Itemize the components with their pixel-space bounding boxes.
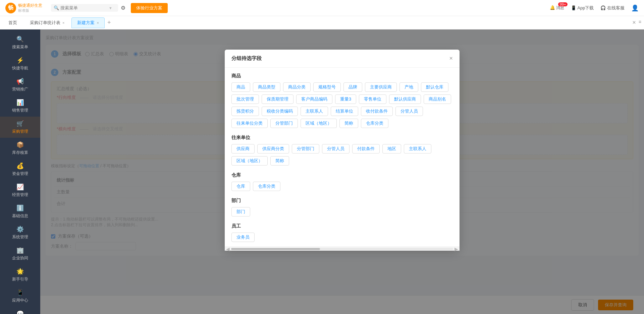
sidebar-item-quick-nav-label: 快捷导航: [12, 65, 28, 71]
online-service-label: 在线客服: [607, 5, 625, 10]
tag-warehouse-cat[interactable]: 仓库分类: [361, 119, 388, 128]
tag-salesperson[interactable]: 业务员: [231, 233, 255, 242]
appcenter-icon: 📱: [16, 289, 24, 296]
tab-purchase-close-icon[interactable]: ×: [62, 21, 64, 25]
tag-partner-category[interactable]: 往来单位分类: [231, 119, 268, 128]
tag-tax-code[interactable]: 税收分类编码: [262, 107, 298, 116]
user-avatar[interactable]: 👤: [631, 4, 639, 12]
logo-icon: 畅: [5, 3, 16, 13]
sidebar-item-inventory-label: 库存核算: [12, 150, 28, 155]
tag-main-contact2[interactable]: 主联系人: [404, 144, 431, 153]
app-download[interactable]: 📱 App下载: [571, 5, 594, 11]
operation-icon: 📈: [16, 183, 24, 191]
sidebar-item-wechat[interactable]: 💬 企业微信: [0, 307, 40, 314]
tab-menu-icon[interactable]: ≡: [639, 19, 641, 26]
sidebar-item-system[interactable]: ⚙️ 系统管理: [0, 222, 40, 243]
tab-home-label: 首页: [8, 20, 17, 26]
sidebar-item-quick-nav[interactable]: ⚡ 快捷导航: [0, 53, 40, 74]
section-employee: 员工 业务员: [231, 223, 453, 242]
tab-home[interactable]: 首页: [3, 17, 23, 28]
tag-goods[interactable]: 商品: [231, 82, 250, 92]
tag-spec-type[interactable]: 规格型号: [313, 82, 341, 92]
notification-badge[interactable]: 🔔 99+ 消息: [550, 5, 565, 11]
tag-shelf-life[interactable]: 保质期管理: [262, 95, 293, 104]
sidebar-item-newbie[interactable]: 🌟 新手引导: [0, 264, 40, 286]
scroll-right-arrow[interactable]: ▶: [454, 246, 458, 252]
tag-pick-points[interactable]: 拣货积分: [231, 107, 259, 116]
sidebar-item-system-label: 系统管理: [12, 234, 28, 240]
horizontal-scrollbar[interactable]: [231, 248, 453, 250]
sidebar-item-sales[interactable]: 📊 销售管理: [0, 96, 40, 117]
tab-new-plan-close-icon[interactable]: ×: [97, 21, 99, 25]
tab-new-plan-label: 新建方案: [77, 20, 95, 26]
sidebar-item-enterprise[interactable]: 🏢 企业协同: [0, 243, 40, 264]
tag-dept-mgmt[interactable]: 分管部门: [270, 119, 298, 128]
settings-gear-icon[interactable]: ⚙: [121, 5, 125, 11]
section-partner-tags: 供应商 供应商分类 分管部门 分管人员 付款条件 地区 主联系人 区域（地区） …: [231, 144, 453, 166]
tag-origin[interactable]: 产地: [399, 82, 418, 92]
tag-main-supplier[interactable]: 主要供应商: [365, 82, 397, 92]
tag-retail-unit[interactable]: 零售单位: [359, 95, 386, 104]
sidebar-item-operation[interactable]: 📈 经营管理: [0, 180, 40, 201]
experience-btn[interactable]: 体验行业方案: [131, 3, 168, 13]
tag-supplier[interactable]: 供应商: [231, 144, 255, 153]
sidebar-item-purchase-label: 采购管理: [12, 129, 28, 134]
tag-dept-person2[interactable]: 分管人员: [322, 144, 350, 153]
headset-icon: 🎧: [600, 5, 606, 10]
tag-region[interactable]: 区域（地区）: [301, 119, 337, 128]
tag-main-contact[interactable]: 主联系人: [301, 107, 328, 116]
tag-payment-terms[interactable]: 收付款条件: [361, 107, 393, 116]
modal-scrollbar-area[interactable]: ◀ ▶: [225, 247, 460, 251]
tag-area2[interactable]: 地区: [382, 144, 401, 153]
tag-manager[interactable]: 分管人员: [395, 107, 423, 116]
section-employee-tags: 业务员: [231, 233, 453, 242]
tab-purchase-stats[interactable]: 采购订单统计表 ×: [24, 17, 70, 28]
sidebar-item-inventory[interactable]: 📦 库存核算: [0, 138, 40, 159]
tag-default-warehouse[interactable]: 默认仓库: [421, 82, 448, 92]
tag-abbr[interactable]: 简称: [339, 119, 358, 128]
tag-customer-code[interactable]: 客户商品编码: [296, 95, 332, 104]
tag-supplier-cat[interactable]: 供应商分类: [257, 144, 289, 153]
logo-text: 畅捷通好生意 标准版: [18, 3, 42, 13]
sidebar: 🔍 搜索菜单 ⚡ 快捷导航 📢 营销推广 📊 销售管理 🛒 采购管理 📦 库存核…: [0, 29, 40, 314]
online-service[interactable]: 🎧 在线客服: [600, 5, 625, 11]
search-area[interactable]: 🔍 ▼: [51, 4, 118, 12]
sidebar-item-finance[interactable]: 💰 资金管理: [0, 159, 40, 180]
modal-close-btn[interactable]: ×: [449, 55, 453, 62]
tag-region2[interactable]: 区域（地区）: [231, 156, 268, 166]
sidebar-item-newbie-label: 新手引导: [12, 276, 28, 282]
sidebar-item-purchase[interactable]: 🛒 采购管理: [0, 117, 40, 138]
sidebar-item-basic-label: 基础信息: [12, 213, 28, 219]
tag-settlement-unit[interactable]: 结算单位: [331, 107, 358, 116]
tag-pay-terms2[interactable]: 付款条件: [352, 144, 380, 153]
tag-abbr2[interactable]: 简称: [270, 156, 289, 166]
tag-batch-mgmt[interactable]: 批次管理: [231, 95, 259, 104]
section-partner-title: 往来单位: [231, 135, 453, 141]
tab-new-plan[interactable]: 新建方案 ×: [71, 17, 104, 28]
tag-warehouse-category[interactable]: 仓库分类: [253, 182, 280, 191]
tag-goods-category[interactable]: 商品分类: [283, 82, 311, 92]
search-input[interactable]: [60, 5, 107, 10]
sidebar-item-basic[interactable]: ℹ️ 基础信息: [0, 201, 40, 222]
section-goods-title: 商品: [231, 73, 453, 79]
tag-dept-mgmt2[interactable]: 分管部门: [292, 144, 319, 153]
tag-default-supplier[interactable]: 默认供应商: [389, 95, 421, 104]
search-dropdown-icon[interactable]: ▼: [109, 6, 112, 10]
scroll-left-arrow[interactable]: ◀: [226, 246, 230, 252]
sidebar-item-appcenter[interactable]: 📱 应用中心: [0, 286, 40, 307]
tab-add-icon[interactable]: +: [107, 19, 111, 26]
sidebar-item-marketing[interactable]: 📢 营销推广: [0, 74, 40, 96]
tag-department[interactable]: 部门: [231, 207, 250, 216]
sidebar-item-marketing-label: 营销推广: [12, 86, 28, 92]
tag-warehouse[interactable]: 仓库: [231, 182, 250, 191]
tab-close-all-icon[interactable]: ×: [632, 19, 636, 26]
sidebar-item-finance-label: 资金管理: [12, 171, 28, 177]
tag-goods-type[interactable]: 商品类型: [253, 82, 280, 92]
modal-header: 分组待选字段 ×: [225, 50, 460, 68]
tag-weight3[interactable]: 重量3: [335, 95, 356, 104]
tag-goods-alias[interactable]: 商品别名: [424, 95, 451, 104]
wechat-icon: 💬: [16, 310, 24, 314]
sidebar-item-search[interactable]: 🔍 搜索菜单: [0, 32, 40, 53]
section-warehouse: 仓库 仓库 仓库分类: [231, 172, 453, 191]
tag-brand[interactable]: 品牌: [343, 82, 362, 92]
